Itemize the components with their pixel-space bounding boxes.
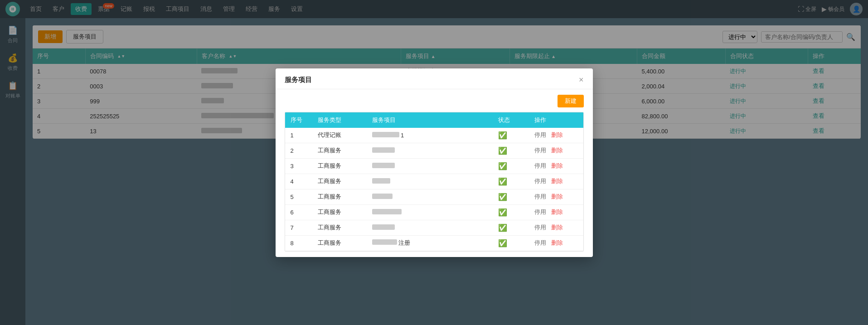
delete-button[interactable]: 删除 [551,131,563,138]
modal-table-row: 1 代理记账 1 ✅ 停用 删除 [285,128,583,143]
stop-button[interactable]: 停用 [534,162,546,169]
mcell-item [367,174,493,189]
mcell-item [367,204,493,220]
delete-button[interactable]: 删除 [551,193,563,200]
mcol-action: 操作 [529,112,583,128]
modal-table-wrapper[interactable]: 序号 服务类型 服务项目 状态 操作 1 代理记账 [285,112,584,252]
mcol-type: 服务类型 [312,112,367,128]
modal-table-header: 序号 服务类型 服务项目 状态 操作 [285,112,583,128]
mcell-action: 停用 删除 [529,220,583,235]
mcell-type: 工商服务 [312,204,367,220]
mcell-item [367,143,493,158]
mcell-type: 代理记账 [312,128,367,143]
mcell-seq: 7 [285,220,312,235]
mcell-item: 1 [367,128,493,143]
delete-button[interactable]: 删除 [551,147,563,154]
modal-table-row: 4 工商服务 ✅ 停用 删除 [285,174,583,189]
modal-overlay: 服务项目 × 新建 序号 服务类型 服务项目 [25,18,868,325]
mcol-status: 状态 [493,112,529,128]
mcell-item [367,189,493,204]
stop-button[interactable]: 停用 [534,209,546,215]
mcell-seq: 3 [285,158,312,174]
mcell-type: 工商服务 [312,235,367,251]
mcell-seq: 5 [285,189,312,204]
mcell-status: ✅ [493,204,529,220]
mcell-status: ✅ [493,189,529,204]
mcell-item: 注册 [367,235,493,251]
mcell-type: 工商服务 [312,143,367,158]
stop-button[interactable]: 停用 [534,178,546,184]
modal-toolbar: 新建 [285,95,584,107]
mcell-seq: 2 [285,143,312,158]
mcell-action: 停用 删除 [529,189,583,204]
mcell-action: 停用 删除 [529,235,583,251]
mcell-status: ✅ [493,143,529,158]
mcell-seq: 4 [285,174,312,189]
main-content: 新增 服务项目 进行中 已完成 已停止 🔍 序号 合同编 [25,18,868,325]
delete-button[interactable]: 删除 [551,209,563,215]
modal-title: 服务项目 [285,76,312,84]
mcell-type: 工商服务 [312,220,367,235]
mcell-status: ✅ [493,220,529,235]
modal-table-row: 3 工商服务 ✅ 停用 删除 [285,158,583,174]
modal-table-row: 7 工商服务 ✅ 停用 删除 [285,220,583,235]
modal-header: 服务项目 × [276,68,593,89]
modal-table-body: 1 代理记账 1 ✅ 停用 删除 [285,128,583,251]
mcell-item [367,158,493,174]
mcol-seq: 序号 [285,112,312,128]
service-items-modal: 服务项目 × 新建 序号 服务类型 服务项目 [276,68,593,257]
mcell-type: 工商服务 [312,158,367,174]
stop-button[interactable]: 停用 [534,224,546,231]
service-items-table: 序号 服务类型 服务项目 状态 操作 1 代理记账 [285,112,583,251]
mcell-seq: 1 [285,128,312,143]
stop-button[interactable]: 停用 [534,193,546,200]
mcell-type: 工商服务 [312,174,367,189]
delete-button[interactable]: 删除 [551,178,563,184]
modal-table-row: 5 工商服务 ✅ 停用 删除 [285,189,583,204]
mcell-item [367,220,493,235]
mcell-action: 停用 删除 [529,158,583,174]
stop-button[interactable]: 停用 [534,131,546,138]
mcol-item: 服务项目 [367,112,493,128]
mcell-action: 停用 删除 [529,174,583,189]
modal-table-row: 6 工商服务 ✅ 停用 删除 [285,204,583,220]
mcell-status: ✅ [493,128,529,143]
mcell-seq: 8 [285,235,312,251]
modal-table-row: 8 工商服务 注册 ✅ 停用 删除 [285,235,583,251]
modal-body: 新建 序号 服务类型 服务项目 状态 操作 [276,89,593,257]
modal-table-row: 2 工商服务 ✅ 停用 删除 [285,143,583,158]
stop-button[interactable]: 停用 [534,239,546,246]
modal-close-button[interactable]: × [579,76,584,84]
mcell-action: 停用 删除 [529,204,583,220]
main-layout: 📄 合同 💰 收费 📋 对账单 新增 服务项目 进行中 已完成 已停止 [0,18,868,325]
delete-button[interactable]: 删除 [551,162,563,169]
delete-button[interactable]: 删除 [551,224,563,231]
mcell-action: 停用 删除 [529,143,583,158]
mcell-status: ✅ [493,174,529,189]
stop-button[interactable]: 停用 [534,147,546,154]
mcell-action: 停用 删除 [529,128,583,143]
mcell-status: ✅ [493,158,529,174]
delete-button[interactable]: 删除 [551,239,563,246]
mcell-status: ✅ [493,235,529,251]
new-service-button[interactable]: 新建 [558,95,584,107]
mcell-seq: 6 [285,204,312,220]
mcell-type: 工商服务 [312,189,367,204]
